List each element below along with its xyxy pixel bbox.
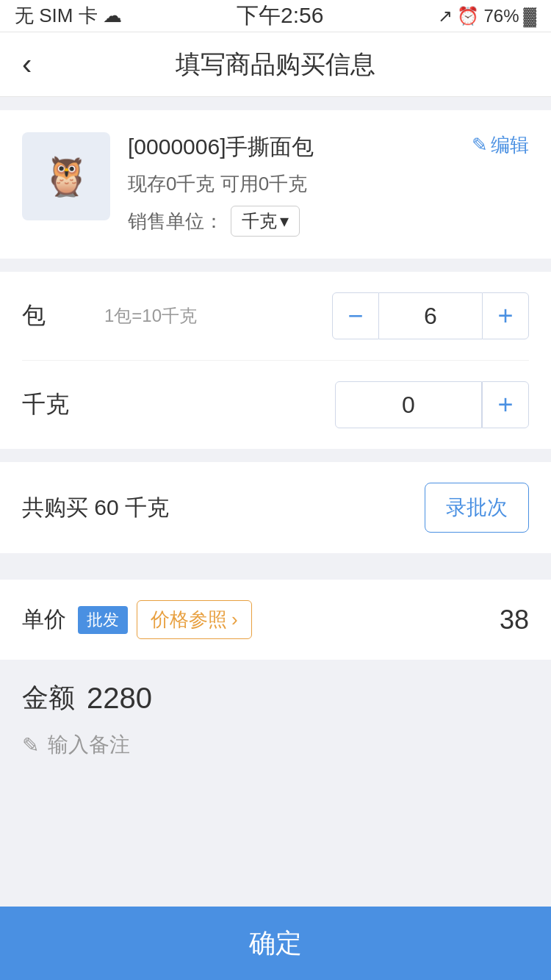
- price-value: 38: [500, 605, 529, 635]
- remark-placeholder: 输入备注: [48, 731, 130, 759]
- unit-value: 千克: [242, 209, 277, 233]
- price-ref-label: 价格参照: [151, 607, 227, 633]
- price-section: 单价 批发 价格参照 › 38: [0, 580, 551, 660]
- input-section: 包 1包=10千克 − + 千克 +: [0, 272, 551, 449]
- bao-stepper: − +: [332, 292, 529, 339]
- status-right: ↗ ⏰ 76% ▓: [438, 6, 536, 26]
- amount-section: 金额 2280 ✎ 输入备注: [0, 660, 551, 774]
- amount-row: 金额 2280: [22, 680, 529, 716]
- divider-2: [0, 449, 551, 462]
- record-batch-button[interactable]: 录批次: [425, 483, 529, 533]
- remark-row[interactable]: ✎ 输入备注: [22, 731, 529, 774]
- product-stock: 现存0千克 可用0千克: [128, 171, 529, 197]
- battery-level: 76%: [483, 6, 519, 26]
- product-unit-row: 销售单位： 千克 ▾: [128, 206, 529, 237]
- unit-select[interactable]: 千克 ▾: [231, 206, 300, 237]
- status-bar: 无 SIM 卡 ☁ 下午2:56 ↗ ⏰ 76% ▓: [0, 0, 551, 32]
- summary-section: 共购买 60 千克 录批次: [0, 462, 551, 553]
- back-button[interactable]: ‹: [22, 48, 66, 81]
- status-time: 下午2:56: [237, 1, 323, 31]
- product-name: [0000006]手撕面包: [128, 132, 529, 162]
- product-thumbnail: 🦉: [22, 132, 110, 220]
- divider-3: [0, 553, 551, 566]
- gps-icon: ↗: [438, 6, 453, 26]
- sim-status: 无 SIM 卡 ☁: [15, 3, 122, 29]
- amount-value: 2280: [87, 682, 152, 715]
- main-content: 🦉 [0000006]手撕面包 现存0千克 可用0千克 销售单位： 千克 ▾ ✎…: [0, 110, 551, 847]
- edit-label: 编辑: [491, 132, 529, 158]
- product-info: [0000006]手撕面包 现存0千克 可用0千克 销售单位： 千克 ▾: [128, 132, 529, 237]
- kg-stepper: +: [335, 381, 529, 428]
- battery-icon: ▓: [524, 6, 537, 26]
- bao-plus-button[interactable]: +: [482, 292, 529, 339]
- bao-label: 包: [22, 300, 96, 332]
- divider-1: [0, 259, 551, 272]
- bao-input[interactable]: [379, 292, 482, 339]
- kg-input[interactable]: [335, 381, 482, 428]
- product-card: 🦉 [0000006]手撕面包 现存0千克 可用0千克 销售单位： 千克 ▾ ✎…: [0, 110, 551, 259]
- pencil-icon: ✎: [22, 733, 39, 757]
- edit-button[interactable]: ✎ 编辑: [472, 132, 529, 158]
- kg-plus-button[interactable]: +: [482, 381, 529, 428]
- confirm-button[interactable]: 确定: [0, 907, 551, 980]
- kg-input-row: 千克 +: [22, 361, 529, 449]
- price-ref-arrow-icon: ›: [231, 608, 238, 631]
- bao-hint: 1包=10千克: [104, 304, 332, 328]
- page-title: 填写商品购买信息: [176, 48, 375, 82]
- price-label: 单价: [22, 605, 66, 635]
- summary-text: 共购买 60 千克: [22, 493, 169, 523]
- unit-dropdown-icon: ▾: [280, 211, 289, 231]
- price-ref-button[interactable]: 价格参照 ›: [137, 600, 252, 639]
- kg-label: 千克: [22, 389, 96, 421]
- bao-input-row: 包 1包=10千克 − +: [22, 272, 529, 361]
- amount-label: 金额: [22, 680, 75, 716]
- edit-icon: ✎: [472, 134, 488, 156]
- price-tag-batch: 批发: [78, 606, 128, 634]
- unit-label: 销售单位：: [128, 209, 223, 234]
- product-thumb-logo: 🦉: [43, 154, 90, 199]
- bao-minus-button[interactable]: −: [332, 292, 379, 339]
- nav-bar: ‹ 填写商品购买信息: [0, 32, 551, 97]
- status-left: 无 SIM 卡 ☁: [15, 3, 122, 29]
- alarm-icon: ⏰: [457, 6, 479, 26]
